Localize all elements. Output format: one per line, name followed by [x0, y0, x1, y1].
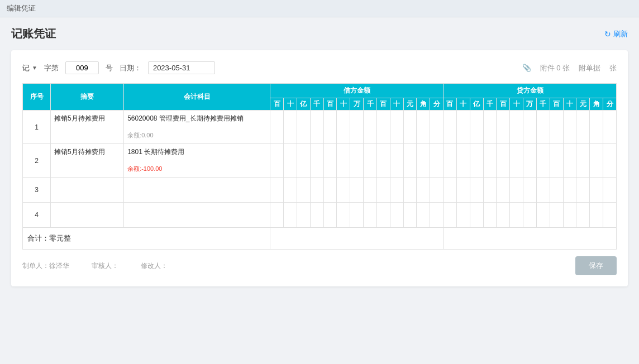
row-2-credit-6[interactable]	[510, 144, 523, 178]
row-3-credit-11[interactable]	[576, 178, 590, 203]
row-2-debit-13[interactable]	[430, 144, 444, 178]
row-4-debit-2[interactable]	[284, 203, 297, 228]
row-1-debit-10[interactable]	[390, 111, 403, 144]
row-1-debit-1[interactable]	[270, 111, 284, 144]
row-3-credit-2[interactable]	[456, 178, 470, 203]
row-1-credit-13[interactable]	[603, 111, 617, 144]
row-3-account[interactable]	[124, 178, 270, 203]
row-1-credit-11[interactable]	[576, 111, 590, 144]
row-4-debit-7[interactable]	[350, 203, 364, 228]
row-4-debit-12[interactable]	[417, 203, 430, 228]
row-1-debit-8[interactable]	[364, 111, 377, 144]
row-2-debit-9[interactable]	[376, 144, 390, 178]
row-1-debit-5[interactable]	[323, 111, 337, 144]
row-2-debit-4[interactable]	[310, 144, 323, 178]
row-3-credit-8[interactable]	[536, 178, 550, 203]
row-4-credit-1[interactable]	[444, 203, 457, 228]
row-4-debit-11[interactable]	[403, 203, 417, 228]
row-4-credit-6[interactable]	[510, 203, 523, 228]
row-2-credit-7[interactable]	[523, 144, 537, 178]
row-2-credit-11[interactable]	[576, 144, 590, 178]
row-2-account[interactable]: 1801 长期待摊费用余额:-100.00	[124, 144, 270, 178]
table-row[interactable]: 2摊销5月待摊费用1801 长期待摊费用余额:-100.00	[23, 144, 617, 178]
row-1-debit-11[interactable]	[403, 111, 417, 144]
refresh-button[interactable]: ↻ 刷新	[604, 29, 628, 39]
row-1-debit-7[interactable]	[350, 111, 364, 144]
row-1-debit-4[interactable]	[310, 111, 323, 144]
row-1-debit-9[interactable]	[376, 111, 390, 144]
row-1-debit-3[interactable]	[297, 111, 310, 144]
row-4-credit-4[interactable]	[483, 203, 497, 228]
row-2-debit-12[interactable]	[417, 144, 430, 178]
row-2-credit-5[interactable]	[497, 144, 510, 178]
row-4-credit-8[interactable]	[536, 203, 550, 228]
row-2-credit-8[interactable]	[536, 144, 550, 178]
row-3-credit-13[interactable]	[603, 178, 617, 203]
row-3-debit-6[interactable]	[337, 178, 350, 203]
row-1-debit-13[interactable]	[430, 111, 444, 144]
row-1-summary[interactable]: 摊销5月待摊费用	[51, 111, 124, 144]
save-button[interactable]: 保存	[575, 256, 617, 275]
row-4-debit-3[interactable]	[297, 203, 310, 228]
row-1-debit-2[interactable]	[284, 111, 297, 144]
row-2-credit-2[interactable]	[456, 144, 470, 178]
row-4-debit-10[interactable]	[390, 203, 403, 228]
row-2-debit-5[interactable]	[323, 144, 337, 178]
row-2-credit-1[interactable]	[444, 144, 457, 178]
row-4-debit-9[interactable]	[376, 203, 390, 228]
row-2-debit-6[interactable]	[337, 144, 350, 178]
row-1-credit-5[interactable]	[497, 111, 510, 144]
row-4-credit-11[interactable]	[576, 203, 590, 228]
row-2-credit-10[interactable]	[563, 144, 576, 178]
row-1-credit-2[interactable]	[456, 111, 470, 144]
row-4-account[interactable]	[124, 203, 270, 228]
row-4-credit-3[interactable]	[470, 203, 483, 228]
row-3-debit-9[interactable]	[376, 178, 390, 203]
row-2-credit-9[interactable]	[550, 144, 563, 178]
row-1-debit-6[interactable]	[337, 111, 350, 144]
row-2-credit-3[interactable]	[470, 144, 483, 178]
row-2-debit-1[interactable]	[270, 144, 284, 178]
table-row[interactable]: 4	[23, 203, 617, 228]
row-3-debit-3[interactable]	[297, 178, 310, 203]
row-3-debit-4[interactable]	[310, 178, 323, 203]
row-3-summary[interactable]	[51, 178, 124, 203]
row-2-debit-2[interactable]	[284, 144, 297, 178]
row-3-credit-3[interactable]	[470, 178, 483, 203]
row-4-debit-6[interactable]	[337, 203, 350, 228]
row-4-debit-8[interactable]	[364, 203, 377, 228]
row-1-credit-10[interactable]	[563, 111, 576, 144]
voucher-number-input[interactable]	[65, 61, 99, 74]
row-1-debit-12[interactable]	[417, 111, 430, 144]
row-4-summary[interactable]	[51, 203, 124, 228]
row-3-debit-13[interactable]	[430, 178, 444, 203]
row-2-credit-4[interactable]	[483, 144, 497, 178]
row-3-credit-10[interactable]	[563, 178, 576, 203]
row-4-credit-10[interactable]	[563, 203, 576, 228]
row-1-credit-3[interactable]	[470, 111, 483, 144]
row-3-debit-5[interactable]	[323, 178, 337, 203]
row-1-credit-7[interactable]	[523, 111, 537, 144]
row-4-credit-13[interactable]	[603, 203, 617, 228]
row-3-debit-7[interactable]	[350, 178, 364, 203]
table-row[interactable]: 1摊销5月待摊费用56020008 管理费用_长期待摊费用摊销余额:0.00	[23, 111, 617, 144]
row-3-credit-1[interactable]	[444, 178, 457, 203]
row-3-debit-10[interactable]	[390, 178, 403, 203]
row-2-debit-3[interactable]	[297, 144, 310, 178]
row-4-debit-4[interactable]	[310, 203, 323, 228]
row-2-debit-7[interactable]	[350, 144, 364, 178]
row-4-credit-2[interactable]	[456, 203, 470, 228]
row-1-credit-4[interactable]	[483, 111, 497, 144]
row-2-summary[interactable]: 摊销5月待摊费用	[51, 144, 124, 178]
voucher-type-select[interactable]: 记 ▼	[22, 63, 37, 73]
row-1-credit-1[interactable]	[444, 111, 457, 144]
row-4-debit-5[interactable]	[323, 203, 337, 228]
row-1-credit-6[interactable]	[510, 111, 523, 144]
attachment-label[interactable]: 附件 0 张	[540, 63, 570, 73]
row-2-debit-11[interactable]	[403, 144, 417, 178]
row-2-debit-10[interactable]	[390, 144, 403, 178]
row-3-credit-7[interactable]	[523, 178, 537, 203]
row-1-credit-12[interactable]	[590, 111, 603, 144]
row-3-debit-11[interactable]	[403, 178, 417, 203]
row-4-credit-5[interactable]	[497, 203, 510, 228]
